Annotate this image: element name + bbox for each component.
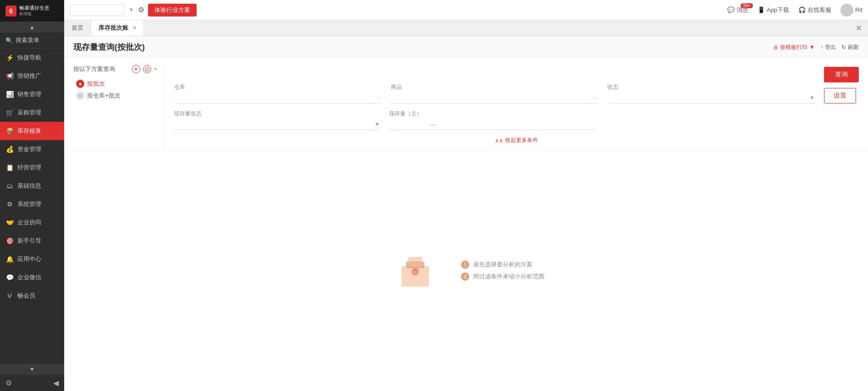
message-item[interactable]: 💬 消息 99+: [727, 6, 748, 14]
product-input-wrap: ···: [391, 92, 599, 103]
company-name: 畅康通好生意: [19, 5, 49, 11]
sidebar-item-guide[interactable]: 🎯 新手引导: [0, 232, 64, 250]
sidebar-item-label: 销售管理: [17, 90, 41, 98]
sales-icon: 📊: [5, 90, 14, 98]
finance-icon: 💰: [5, 145, 14, 153]
topbar-dropdown-arrow-icon[interactable]: ▼: [128, 6, 134, 13]
warehouse-more-icon[interactable]: ···: [377, 94, 382, 101]
condition-row-1: 仓库 ··· 商品 ···: [174, 65, 859, 103]
app-download-item[interactable]: 📱 App下载: [758, 6, 789, 14]
filter-panel-actions: + ⊙ «: [132, 65, 157, 73]
enterprise-icon: 🤝: [5, 218, 14, 227]
wechat-icon: 💬: [5, 273, 14, 282]
empty-tip-1: 1 请先选择要分析的方案: [461, 261, 544, 269]
sidebar-scroll-down[interactable]: ▼: [0, 364, 64, 375]
print-dropdown-icon: ▼: [809, 44, 815, 50]
topbar: ▼ ⚙ 体验行业方案 💬 消息 99+ 📱 App下载 🎧 在线客服 Rit: [64, 0, 868, 20]
collapse-text: 收起更多条件: [505, 136, 538, 144]
sidebar-item-appstore[interactable]: 🔔 应用中心: [0, 250, 64, 268]
settings-footer-icon[interactable]: ⚙: [5, 379, 12, 387]
filter-panel: 按以下方案查询 + ⊙ « ● 按批次 ○ 按仓库+批次: [73, 65, 165, 150]
sidebar-item-label: 资金管理: [17, 145, 41, 153]
user-avatar-item[interactable]: Rit: [841, 4, 863, 16]
qty-min-input[interactable]: [389, 121, 426, 128]
qty-label: 现存量（主）: [389, 110, 595, 118]
qty-separator: —: [429, 121, 435, 128]
filter-panel-header: 按以下方案查询 + ⊙ «: [73, 65, 157, 73]
warehouse-condition: 仓库 ···: [174, 83, 382, 103]
conditions-area: 仓库 ··· 商品 ···: [165, 65, 859, 150]
tab-inventory-batch[interactable]: 库存批次账 ×: [91, 20, 144, 36]
qty-max-input[interactable]: [439, 121, 476, 128]
status-dropdown-wrap: ▼: [607, 92, 815, 103]
topbar-settings-icon[interactable]: ⚙: [138, 5, 144, 14]
marketing-icon: 📢: [5, 72, 14, 80]
search-icon: 🔍: [5, 37, 13, 44]
sidebar-item-basic-info[interactable]: 🗂 基础信息: [0, 177, 64, 195]
sidebar-item-member[interactable]: V 畅会员: [0, 287, 64, 305]
status-condition: 状态 ▼: [607, 83, 815, 103]
collapse-panel-icon[interactable]: «: [154, 65, 157, 73]
sidebar-item-label: 基础信息: [17, 182, 41, 190]
collapse-sidebar-icon[interactable]: ◀: [53, 379, 59, 387]
refresh-button[interactable]: ↻ 刷新: [841, 43, 859, 51]
tab-close-icon[interactable]: ×: [133, 25, 136, 31]
empty-state-content: 1 请先选择要分析的方案 2 用过滤条件来缩小分析范围: [388, 243, 544, 298]
sidebar-item-purchase[interactable]: 🛒 采购管理: [0, 103, 64, 122]
sidebar-footer: ⚙ ◀: [0, 375, 64, 391]
filter-panel-title: 按以下方案查询: [73, 65, 115, 73]
query-button[interactable]: 查询: [824, 67, 859, 82]
inventory-status-dropdown-wrap: ▼: [174, 119, 380, 130]
warehouse-input-wrap: ···: [174, 92, 382, 103]
member-icon: V: [5, 292, 14, 300]
filter-area: 按以下方案查询 + ⊙ « ● 按批次 ○ 按仓库+批次: [64, 58, 868, 150]
export-icon: ↑: [820, 44, 823, 50]
product-more-icon[interactable]: ···: [593, 94, 599, 101]
close-all-tabs-button[interactable]: ✕: [849, 21, 868, 35]
product-input[interactable]: [391, 94, 593, 101]
main-area: ▼ ⚙ 体验行业方案 💬 消息 99+ 📱 App下载 🎧 在线客服 Rit: [64, 0, 868, 391]
purchase-icon: 🛒: [5, 109, 14, 117]
try-industry-button[interactable]: 体验行业方案: [148, 4, 197, 16]
warehouse-input[interactable]: [174, 94, 377, 101]
empty-illustration: [388, 243, 443, 298]
inventory-status-dropdown[interactable]: [174, 121, 374, 128]
shortcuts-icon: ⚡: [5, 54, 14, 62]
sidebar-item-finance[interactable]: 💰 资金管理: [0, 140, 64, 158]
status-dropdown[interactable]: [607, 94, 809, 101]
sidebar-item-system[interactable]: ⚙ 系统管理: [0, 195, 64, 213]
plan-inactive-icon: ○: [76, 92, 84, 100]
query-action-buttons: 查询 设置: [824, 65, 859, 103]
empty-tip-2: 2 用过滤条件来缩小分析范围: [461, 272, 544, 281]
collapse-more-conditions[interactable]: ∧∧ 收起更多条件: [174, 136, 859, 144]
sidebar-item-wechat[interactable]: 💬 企业微信: [0, 268, 64, 287]
sidebar-item-enterprise[interactable]: 🤝 企业协同: [0, 213, 64, 232]
topbar-search-input[interactable]: [70, 4, 125, 16]
settings-button[interactable]: 设置: [824, 88, 856, 103]
sidebar-item-sales[interactable]: 📊 销售管理: [0, 85, 64, 103]
online-service-label: 在线客服: [808, 6, 831, 14]
sidebar-item-label: 经营管理: [17, 163, 41, 172]
sidebar: 6 畅康通好生意 标准版 ▲ 🔍 搜索菜单 ⚡ 快捷导航 📢 营销推广 📊 销售…: [0, 0, 64, 391]
print-button[interactable]: 🖨 按模板打印 ▼: [773, 43, 815, 51]
page-content: 现存量查询(按批次) 🖨 按模板打印 ▼ ↑ 导出 ↻ 刷新: [64, 36, 868, 391]
management-icon: 📋: [5, 163, 14, 172]
sidebar-item-marketing[interactable]: 📢 营销推广: [0, 67, 64, 85]
sidebar-item-label: 新手引导: [17, 237, 41, 245]
online-service-item[interactable]: 🎧 在线客服: [798, 6, 831, 14]
sidebar-item-shortcuts[interactable]: ⚡ 快捷导航: [0, 49, 64, 67]
condition-row-2: 现存量状态 ▼ 现存量（主） —: [174, 110, 859, 130]
sidebar-scroll-up[interactable]: ▲: [0, 22, 64, 33]
sidebar-search[interactable]: 🔍 搜索菜单: [0, 33, 64, 49]
plan-item-by-warehouse-batch[interactable]: ○ 按仓库+批次: [73, 90, 157, 102]
sidebar-nav: ⚡ 快捷导航 📢 营销推广 📊 销售管理 🛒 采购管理 📦 库存核算 💰 资金管…: [0, 49, 64, 364]
sidebar-item-label: 快捷导航: [17, 54, 41, 62]
empty-state: 1 请先选择要分析的方案 2 用过滤条件来缩小分析范围: [64, 150, 868, 391]
plan-item-by-batch[interactable]: ● 按批次: [73, 78, 157, 90]
sidebar-item-management[interactable]: 📋 经营管理: [0, 158, 64, 177]
export-button[interactable]: ↑ 导出: [820, 43, 836, 51]
sidebar-item-inventory[interactable]: 📦 库存核算: [0, 122, 64, 140]
tab-home[interactable]: 首页: [64, 20, 91, 36]
settings-plan-icon[interactable]: ⊙: [143, 65, 151, 73]
add-plan-icon[interactable]: +: [132, 65, 140, 73]
